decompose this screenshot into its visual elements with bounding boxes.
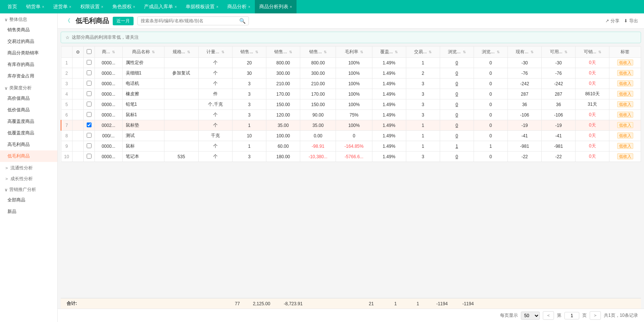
row-views1[interactable]: 0 bbox=[440, 152, 474, 162]
row-views1[interactable]: 1 bbox=[440, 141, 474, 152]
nav-product-analysis-list[interactable]: 商品分析列表 × bbox=[255, 0, 297, 13]
row-views1[interactable]: 0 bbox=[440, 110, 474, 120]
sales-qty-column-header[interactable]: 销售... ⇅ bbox=[233, 47, 266, 58]
sidebar-item-low-margin[interactable]: 低毛利商品 bbox=[0, 150, 57, 162]
close-icon[interactable]: × bbox=[133, 5, 135, 9]
row-settings[interactable] bbox=[72, 120, 83, 131]
close-icon[interactable]: × bbox=[69, 5, 71, 9]
sidebar-item-high-margin[interactable]: 高毛利商品 bbox=[0, 139, 57, 150]
row-views1[interactable]: 0 bbox=[440, 79, 474, 89]
close-icon[interactable]: × bbox=[42, 5, 44, 9]
available-column-header[interactable]: 可用... ⇅ bbox=[542, 47, 576, 58]
sidebar-item-category-rate[interactable]: 商品分类助销率 bbox=[0, 47, 57, 59]
current-stock-column-header[interactable]: 现有... ⇅ bbox=[508, 47, 542, 58]
views1-column-header[interactable]: 浏览... ⇅ bbox=[440, 47, 474, 58]
sidebar-group-flow[interactable]: ＞ 流通性分析 bbox=[0, 162, 57, 173]
row-checkbox[interactable] bbox=[83, 99, 94, 110]
page-size-select[interactable]: 50 100 200 bbox=[521, 312, 540, 320]
close-icon[interactable]: × bbox=[101, 5, 103, 9]
header-actions: ↗ 分享 ⬇ 导出 bbox=[605, 18, 638, 24]
current-page-input[interactable] bbox=[564, 312, 579, 319]
settings-column-header[interactable]: ⚙ bbox=[72, 47, 83, 58]
sidebar-group-cluster[interactable]: ∨ 类聚度分析 bbox=[0, 82, 57, 93]
nav-permissions[interactable]: 权限设置 × bbox=[76, 0, 108, 13]
row-checkbox[interactable] bbox=[83, 120, 94, 131]
close-icon[interactable]: × bbox=[174, 5, 177, 9]
row-checkbox[interactable] bbox=[83, 68, 94, 79]
close-icon[interactable]: × bbox=[216, 5, 218, 9]
nav-product-analysis[interactable]: 商品分析 × bbox=[223, 0, 255, 13]
spec-column-header[interactable]: 规格... ⇅ bbox=[164, 47, 198, 58]
sidebar-collapse-button[interactable]: 《 bbox=[64, 17, 72, 24]
select-all-checkbox[interactable] bbox=[87, 49, 92, 54]
sidebar-item-high-coverage[interactable]: 高覆盖度商品 bbox=[0, 116, 57, 127]
row-views1[interactable]: 0 bbox=[440, 99, 474, 110]
nav-production[interactable]: 产成品入库单 × bbox=[140, 0, 181, 13]
checkbox-column-header[interactable] bbox=[83, 47, 94, 58]
next-page-button[interactable]: ＞ bbox=[590, 311, 601, 320]
nav-home[interactable]: 首页 bbox=[3, 0, 22, 13]
row-checkbox[interactable] bbox=[83, 131, 94, 141]
unit-column-header[interactable]: 计量... ⇅ bbox=[198, 47, 232, 58]
sales-amount-column-header[interactable]: 销售... ⇅ bbox=[300, 47, 336, 58]
row-checkbox[interactable] bbox=[83, 79, 94, 89]
prev-page-button[interactable]: ＜ bbox=[543, 311, 554, 320]
close-icon[interactable]: × bbox=[248, 5, 250, 9]
filter-period-button[interactable]: 近一月 bbox=[113, 17, 134, 25]
row-settings[interactable] bbox=[72, 79, 83, 89]
sidebar-item-traded-products[interactable]: 交易过的商品 bbox=[0, 36, 57, 47]
coverage-column-header[interactable]: 覆盖... ⇅ bbox=[372, 47, 406, 58]
row-settings[interactable] bbox=[72, 110, 83, 120]
row-settings[interactable] bbox=[72, 152, 83, 162]
row-views1[interactable]: 0 bbox=[440, 68, 474, 79]
code-column-header[interactable]: 商... ⇅ bbox=[94, 47, 122, 58]
sidebar-item-all-products[interactable]: 全部商品 bbox=[0, 194, 57, 206]
row-settings[interactable] bbox=[72, 141, 83, 152]
row-checkbox[interactable] bbox=[83, 141, 94, 152]
row-tag: 低收入 bbox=[609, 131, 641, 141]
row-views1[interactable]: 0 bbox=[440, 89, 474, 99]
row-sales-amount: 300.00 bbox=[300, 68, 336, 79]
sidebar-group-marketing[interactable]: ∨ 营销推广分析 bbox=[0, 184, 57, 194]
sidebar-item-low-coverage[interactable]: 低覆盖度商品 bbox=[0, 127, 57, 139]
row-settings[interactable] bbox=[72, 131, 83, 141]
search-icon: 🔍 bbox=[239, 18, 246, 24]
sidebar-item-capital-usage[interactable]: 库存资金占用 bbox=[0, 70, 57, 82]
sidebar-group-overall[interactable]: ∨ 整体信息 bbox=[0, 13, 57, 24]
views2-column-header[interactable]: 浏览... ⇅ bbox=[474, 47, 507, 58]
nav-purchase[interactable]: 进货单 × bbox=[49, 0, 76, 13]
data-table-container[interactable]: ⚙ 商... ⇅ 商品名称 ⇅ 规格... ⇅ 计量... ⇅ 销售... ⇅ … bbox=[61, 46, 641, 298]
sidebar-item-new-products[interactable]: 新品 bbox=[0, 206, 57, 217]
search-input[interactable] bbox=[141, 18, 239, 23]
gross-margin-column-header[interactable]: 毛利率 ⇅ bbox=[336, 47, 372, 58]
export-button[interactable]: ⬇ 导出 bbox=[624, 18, 638, 24]
sidebar-group-growth[interactable]: ＞ 成长性分析 bbox=[0, 173, 57, 184]
sellable-column-header[interactable]: 可销... ⇅ bbox=[576, 47, 609, 58]
transactions-column-header[interactable]: 交易... ⇅ bbox=[406, 47, 440, 58]
row-checkbox[interactable] bbox=[83, 152, 94, 162]
nav-sales[interactable]: 销货单 × bbox=[22, 0, 49, 13]
row-views1[interactable]: 0 bbox=[440, 58, 474, 68]
sales-price-column-header[interactable]: 销售... ⇅ bbox=[266, 47, 300, 58]
sidebar-item-sales-products[interactable]: 销售类商品 bbox=[0, 24, 57, 36]
row-checkbox[interactable] bbox=[83, 58, 94, 68]
nav-template[interactable]: 单据模板设置 × bbox=[181, 0, 223, 13]
name-column-header[interactable]: 商品名称 ⇅ bbox=[122, 47, 164, 58]
row-checkbox[interactable] bbox=[83, 110, 94, 120]
total-views2: 1 bbox=[407, 301, 429, 306]
sidebar-item-low-value[interactable]: 低价值商品 bbox=[0, 104, 57, 116]
row-settings[interactable] bbox=[72, 89, 83, 99]
sidebar-item-stocked-products[interactable]: 有库存的商品 bbox=[0, 59, 57, 70]
chevron-down-icon: ∨ bbox=[4, 17, 8, 22]
nav-roles[interactable]: 角色授权 × bbox=[108, 0, 140, 13]
sort-icon: ⇅ bbox=[289, 50, 292, 54]
share-button[interactable]: ↗ 分享 bbox=[605, 18, 619, 24]
row-settings[interactable] bbox=[72, 68, 83, 79]
row-checkbox[interactable] bbox=[83, 89, 94, 99]
row-settings[interactable] bbox=[72, 58, 83, 68]
close-icon[interactable]: × bbox=[290, 5, 292, 9]
sidebar-item-high-value[interactable]: 高价值商品 bbox=[0, 93, 57, 104]
row-views1[interactable]: 0 bbox=[440, 120, 474, 131]
row-views1[interactable]: 0 bbox=[440, 131, 474, 141]
row-settings[interactable] bbox=[72, 99, 83, 110]
